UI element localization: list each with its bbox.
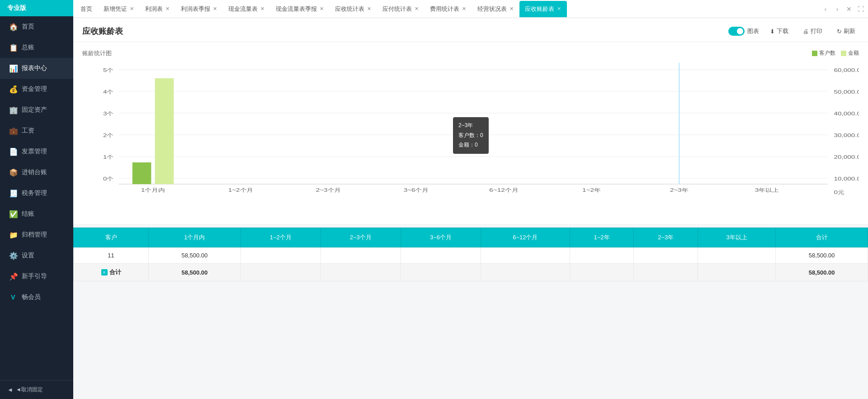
sidebar-item-ledger[interactable]: 📋 总账 [0, 37, 73, 58]
vip-icon: V [9, 294, 17, 301]
chart-toggle-label: 图表 [747, 27, 759, 35]
tab-bar: 首页 新增凭证 ✕ 利润表 ✕ 利润表季报 ✕ 现金流量表 ✕ 现金流量表季报 … [73, 0, 868, 18]
th-m6-12: 6~12个月 [481, 228, 570, 247]
svg-text:2~3个月: 2~3个月 [316, 187, 341, 193]
sidebar-item-settings[interactable]: ⚙️ 设置 [0, 245, 73, 266]
sidebar-item-assets[interactable]: 🏢 固定资产 [0, 100, 73, 120]
tab-receivable-stat-close[interactable]: ✕ [367, 6, 371, 12]
svg-text:2~3年: 2~3年 [670, 187, 689, 193]
chart-toggle-switch[interactable] [728, 27, 745, 36]
cell-y1-2 [570, 247, 634, 264]
tab-expand[interactable]: ⛶ [855, 4, 866, 14]
sidebar-item-reports[interactable]: 📊 报表中心 [0, 58, 73, 79]
tab-cashflow-quarter[interactable]: 现金流量表季报 ✕ [270, 1, 330, 17]
cell-y2-3 [634, 247, 698, 264]
tab-business-stat-label: 经营状况表 [477, 5, 507, 13]
sidebar-item-guide[interactable]: 📌 新手引导 [0, 266, 73, 287]
pin-toggle[interactable]: ◄ ◄取消固定 [0, 380, 73, 399]
page-actions: 图表 ⬇ 下载 🖨 打印 ↻ 刷新 [728, 25, 859, 37]
home-icon: 🏠 [9, 23, 17, 31]
sidebar-label-funds: 资金管理 [22, 85, 47, 93]
pin-icon: ◄ [7, 386, 13, 393]
chart-area: 账龄统计图 客户数 金额 5个 4个 3个 2个 [73, 42, 868, 224]
tab-cashflow-close[interactable]: ✕ [260, 6, 264, 12]
svg-text:5个: 5个 [103, 67, 113, 73]
tab-cashflow-quarter-close[interactable]: ✕ [320, 6, 324, 12]
svg-text:0个: 0个 [103, 176, 113, 181]
svg-text:1~2年: 1~2年 [582, 187, 601, 193]
sidebar-item-invoice[interactable]: 📄 发票管理 [0, 141, 73, 162]
th-m2-3: 2~3个月 [321, 228, 401, 247]
svg-text:0元: 0元 [834, 190, 844, 195]
svg-text:3个: 3个 [103, 111, 113, 116]
tab-nav-next[interactable]: › [832, 4, 843, 14]
tab-profit[interactable]: 利润表 ✕ [140, 1, 175, 17]
sidebar-label-home: 首页 [22, 23, 34, 31]
download-button[interactable]: ⬇ 下载 [766, 25, 792, 37]
cell-customer: 11 [74, 247, 149, 264]
th-y1-2: 1~2年 [570, 228, 634, 247]
tab-aging-label: 应收账龄表 [525, 5, 554, 13]
svg-text:1~2个月: 1~2个月 [228, 187, 254, 193]
sidebar-item-archive[interactable]: 📁 归档管理 [0, 224, 73, 245]
tab-profit-quarter-label: 利润表季报 [181, 5, 210, 13]
cell-total: 58,500.00 [776, 247, 868, 264]
table-area: 客户 1个月内 1~2个月 2~3个月 3~6个月 6~12个月 1~2年 2~… [73, 228, 868, 281]
sidebar-item-vip[interactable]: V 畅会员 [0, 287, 73, 308]
tab-business-stat[interactable]: 经营状况表 ✕ [472, 1, 519, 17]
total-m1-2 [241, 264, 321, 281]
sidebar-item-closing[interactable]: ✅ 结账 [0, 204, 73, 224]
cell-m1-2 [241, 247, 321, 264]
sidebar-item-funds[interactable]: 💰 资金管理 [0, 79, 73, 100]
tab-receivable-stat-label: 应收统计表 [335, 5, 364, 13]
bar-amount-1 [155, 78, 174, 184]
tab-business-stat-close[interactable]: ✕ [509, 6, 514, 12]
tab-voucher-label: 新增凭证 [104, 5, 127, 13]
pin-label: ◄取消固定 [16, 386, 43, 394]
print-button[interactable]: 🖨 打印 [799, 25, 826, 37]
tab-payable-stat[interactable]: 应付统计表 ✕ [377, 1, 425, 17]
refresh-button[interactable]: ↻ 刷新 [833, 25, 859, 37]
legend-customer: 客户数 [812, 49, 835, 57]
tab-aging-close[interactable]: ✕ [557, 6, 561, 12]
table-header-row: 客户 1个月内 1~2个月 2~3个月 3~6个月 6~12个月 1~2年 2~… [74, 228, 868, 247]
sidebar-item-salary[interactable]: 💼 工资 [0, 120, 73, 141]
legend-customer-label: 客户数 [819, 49, 835, 57]
tab-cashflow[interactable]: 现金流量表 ✕ [223, 1, 270, 17]
tab-home[interactable]: 首页 [75, 1, 98, 17]
sidebar-item-purchase[interactable]: 📦 进销台账 [0, 162, 73, 183]
cell-y3plus [698, 247, 776, 264]
total-m2-3 [321, 264, 401, 281]
total-label: ≡ 合计 [77, 268, 145, 276]
total-total: 58,500.00 [776, 264, 868, 281]
sidebar-item-tax[interactable]: 🧾 税务管理 [0, 183, 73, 204]
svg-text:2个: 2个 [103, 133, 113, 138]
tab-profit-close[interactable]: ✕ [165, 6, 170, 12]
tab-payable-stat-close[interactable]: ✕ [415, 6, 419, 12]
legend-amount-label: 金额 [848, 49, 859, 57]
print-label: 打印 [811, 27, 822, 35]
assets-icon: 🏢 [9, 106, 17, 114]
svg-text:4个: 4个 [103, 89, 113, 95]
download-label: 下载 [777, 27, 788, 35]
guide-icon: 📌 [9, 272, 17, 281]
funds-icon: 💰 [9, 85, 17, 94]
tab-voucher[interactable]: 新增凭证 ✕ [98, 1, 140, 17]
tab-receivable-stat[interactable]: 应收统计表 ✕ [330, 1, 377, 17]
page-title: 应收账龄表 [82, 26, 123, 37]
sidebar-label-archive: 归档管理 [22, 231, 47, 239]
tab-expense-stat[interactable]: 费用统计表 ✕ [425, 1, 472, 17]
closing-icon: ✅ [9, 210, 17, 218]
sidebar-item-home[interactable]: 🏠 首页 [0, 16, 73, 37]
tab-expense-stat-close[interactable]: ✕ [462, 6, 466, 12]
tab-voucher-close[interactable]: ✕ [130, 6, 134, 12]
cell-m3-6 [401, 247, 481, 264]
cell-m1: 58,500.00 [149, 247, 241, 264]
ledger-icon: 📋 [9, 43, 17, 52]
tab-aging[interactable]: 应收账龄表 ✕ [519, 1, 567, 17]
chart-toggle[interactable]: 图表 [728, 27, 759, 36]
tab-close-all[interactable]: ✕ [844, 4, 854, 14]
tab-nav-prev[interactable]: ‹ [820, 4, 831, 14]
tab-profit-quarter-close[interactable]: ✕ [213, 6, 217, 12]
tab-profit-quarter[interactable]: 利润表季报 ✕ [175, 1, 223, 17]
